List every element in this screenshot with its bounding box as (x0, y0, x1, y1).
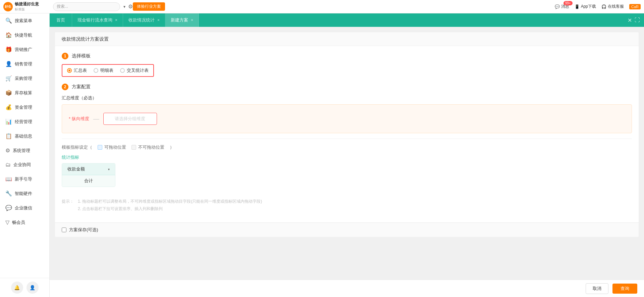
indicator-section-label: 模板指标设定（ (62, 144, 92, 150)
tab-collection-stat[interactable]: 收款情况统计 × (123, 13, 165, 27)
box-icon: 📦 (5, 90, 12, 96)
sidebar-btn-2[interactable]: 👤 (26, 282, 39, 294)
service-label: 在线客服 (608, 4, 624, 9)
cancel-button[interactable]: 取消 (586, 283, 608, 294)
sidebar-item-label: 库存核算 (15, 90, 32, 96)
tab-close-all-button[interactable]: ✕ (628, 17, 632, 23)
tab-home[interactable]: 首页 (50, 13, 72, 27)
footer-bar: 取消 查询 (50, 280, 644, 297)
tab-collection-stat-label: 收款情况统计 (128, 17, 155, 23)
radio-detail-circle (94, 68, 98, 73)
service-icon: 🎧 (601, 4, 606, 9)
message-icon[interactable]: 💬 消息 99+ (555, 4, 569, 9)
page-wrapper: 收款情况统计方案设置 1 选择模板 汇总表 (50, 27, 644, 280)
indicator-header-label: 收款金额 (67, 166, 85, 172)
sidebar-item-newbie[interactable]: 📖 新手引导 (0, 172, 49, 186)
indicator-total-label: 合计 (84, 178, 93, 183)
sidebar-item-basic[interactable]: 📋 基础信息 (0, 129, 49, 143)
sidebar-item-label: 资金管理 (15, 104, 32, 110)
user-avatar[interactable]: CaR (629, 4, 641, 9)
radio-summary-circle (67, 68, 72, 73)
sidebar-item-label: 企业微信 (15, 205, 32, 211)
tips-line2: 2. 点击标题栏下拉可设置排序、插入列和删除列 (62, 205, 632, 213)
breadcrumb: 收款情况统计方案设置 (62, 36, 109, 42)
radio-cross-circle (120, 68, 125, 73)
tab-new-plan[interactable]: 新建方案 × (165, 13, 199, 27)
tab-bank-flow-close[interactable]: × (115, 18, 117, 22)
sidebar-item-sales[interactable]: 👤 销售管理 (0, 57, 49, 71)
dim-placeholder[interactable]: 请选择分组维度 (103, 113, 157, 125)
sidebar-item-member[interactable]: ▽ 畅会员 (0, 215, 49, 230)
sidebar-item-label: 畅会员 (12, 219, 25, 226)
sidebar-item-inventory[interactable]: 📦 库存核算 (0, 86, 49, 100)
sidebar-item-system[interactable]: ⚙ 系统管理 (0, 143, 49, 158)
dimension-area: 纵向维度 — 请选择分组维度 (62, 104, 632, 133)
content-area: 首页 现金银行流水查询 × 收款情况统计 × 新建方案 × ✕ ⛶ (50, 13, 644, 297)
list-icon: 📋 (5, 133, 12, 139)
wechat-icon: 💬 (5, 205, 12, 211)
tab-new-plan-close[interactable]: × (191, 18, 193, 22)
member-icon: ▽ (5, 219, 9, 226)
tips-section: 提示： 1. 拖动标题栏可以调整布局，不可跨维度或指标区域拖动目字段(只能在同一… (62, 195, 632, 216)
step2-title: 2 方案配置 (62, 84, 632, 90)
gift-icon: 🎁 (5, 46, 12, 53)
radio-detail[interactable]: 明细表 (94, 67, 113, 73)
hardware-icon: 🔧 (5, 190, 12, 197)
sidebar-item-finance[interactable]: 💰 资金管理 (0, 100, 49, 114)
settings-icon: ⚙ (5, 147, 10, 154)
sidebar-item-marketing[interactable]: 🎁 营销推广 (0, 42, 49, 57)
sidebar-item-label: 销售管理 (15, 61, 32, 67)
book-icon: 📖 (5, 176, 12, 182)
chart-icon: 📊 (5, 118, 12, 125)
non-draggable-dot (131, 145, 136, 150)
header-actions: ▾ ⚙ (123, 3, 133, 10)
user-name: CaR (629, 4, 641, 9)
indicator-title: 统计指标 (62, 154, 632, 160)
radio-cross[interactable]: 交叉统计表 (120, 67, 149, 73)
tab-bank-flow[interactable]: 现金银行流水查询 × (72, 13, 123, 27)
folder-icon: 🗂 (5, 162, 11, 168)
step2-num: 2 (62, 84, 68, 90)
radio-summary-label: 汇总表 (74, 67, 87, 73)
tab-collection-stat-close[interactable]: × (157, 18, 160, 22)
trial-button[interactable]: 体验行业方案 (133, 2, 165, 11)
sidebar-item-wechat[interactable]: 💬 企业微信 (0, 201, 49, 215)
tab-maximize-button[interactable]: ⛶ (635, 17, 640, 23)
online-service[interactable]: 🎧 在线客服 (601, 4, 624, 9)
indicator-table: 收款金额 ▾ 合计 (62, 163, 115, 187)
step1-title: 选择模板 (72, 53, 91, 59)
gear-button[interactable]: ⚙ (128, 3, 133, 10)
query-button[interactable]: 查询 (612, 284, 637, 294)
sidebar-item-label: 基础信息 (15, 133, 32, 139)
sidebar-item-search[interactable]: 🔍 搜索菜单 (0, 13, 49, 28)
indicator-header[interactable]: 收款金额 ▾ (62, 163, 115, 175)
sidebar-item-label: 经营管理 (15, 119, 32, 125)
radio-cross-label: 交叉统计表 (127, 67, 149, 73)
tab-home-label: 首页 (56, 17, 65, 23)
search-placeholder: 搜索... (57, 4, 68, 9)
radio-summary[interactable]: 汇总表 (67, 67, 87, 73)
sidebar-item-quick-nav[interactable]: 🏠 快捷导航 (0, 28, 49, 42)
home-icon: 🏠 (5, 32, 12, 38)
sidebar-item-operation[interactable]: 📊 经营管理 (0, 114, 49, 129)
tips-text: 提示： 1. 拖动标题栏可以调整布局，不可跨维度或指标区域拖动目字段(只能在同一… (62, 198, 632, 212)
save-label: 方案保存(可选) (69, 227, 98, 233)
legend-non-draggable-label: 不可拖动位置 (138, 144, 164, 150)
tab-new-plan-label: 新建方案 (171, 17, 188, 23)
step2-label: 方案配置 (72, 84, 91, 90)
page-header: 收款情况统计方案设置 (55, 32, 639, 46)
save-checkbox[interactable] (62, 228, 66, 232)
sidebar-item-corp[interactable]: 🗂 企业协同 (0, 158, 49, 172)
app-download[interactable]: 📱 App下载 (575, 4, 596, 9)
sidebar-item-label: 系统管理 (13, 148, 30, 154)
money-icon: 💰 (5, 104, 12, 110)
radio-detail-label: 明细表 (100, 67, 113, 73)
sidebar-item-label: 快捷导航 (15, 32, 32, 38)
header-right: 💬 消息 99+ 📱 App下载 🎧 在线客服 CaR (555, 4, 641, 9)
sidebar-item-purchase[interactable]: 🛒 采购管理 (0, 71, 49, 86)
dropdown-button[interactable]: ▾ (123, 4, 125, 9)
template-selector: 汇总表 明细表 交叉统计表 (62, 64, 154, 77)
sidebar-item-hardware[interactable]: 🔧 智能硬件 (0, 186, 49, 201)
sidebar-item-label: 智能硬件 (15, 191, 32, 197)
sidebar-btn-1[interactable]: 🔔 (11, 282, 23, 294)
